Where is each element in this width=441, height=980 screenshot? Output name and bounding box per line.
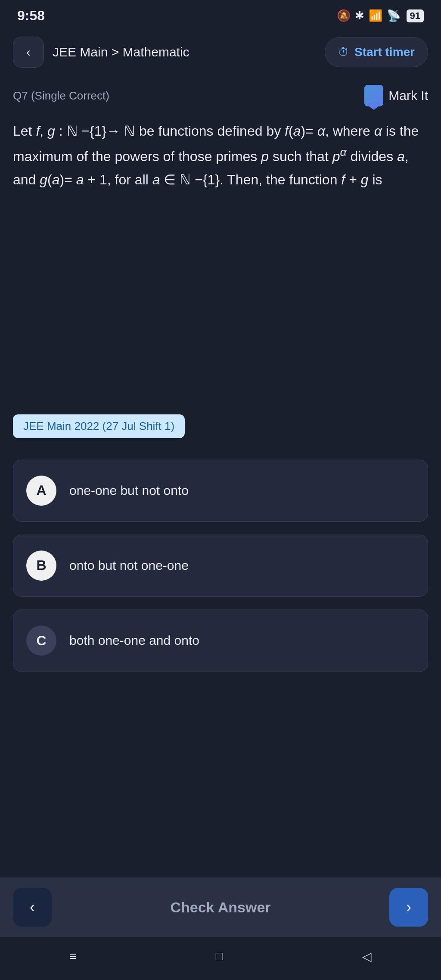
android-back-icon[interactable]: ◁ (362, 949, 372, 964)
check-answer-button[interactable]: Check Answer (170, 899, 270, 916)
timer-label: Start timer (354, 45, 415, 59)
option-a[interactable]: A one-one but not onto (13, 460, 428, 522)
option-c-text: both one-one and onto (69, 633, 199, 648)
question-header: Q7 (Single Correct) Mark It (0, 76, 441, 111)
status-icons: 🔕 ✱ 📶 📡 91 (337, 9, 424, 22)
question-content: Let f, g : ℕ −{1}→ ℕ be functions define… (0, 111, 441, 414)
mark-it-button[interactable]: Mark It (364, 85, 428, 106)
android-home-icon[interactable]: □ (216, 949, 223, 963)
question-type: Q7 (Single Correct) (13, 89, 109, 103)
prev-button[interactable]: ‹ (13, 888, 52, 927)
bluetooth-icon: ✱ (355, 9, 364, 22)
breadcrumb: JEE Main > Mathematic (53, 45, 316, 59)
options-container: A one-one but not onto B onto but not on… (0, 455, 441, 681)
back-icon: ‹ (26, 45, 31, 59)
silent-icon: 🔕 (337, 9, 351, 22)
bottom-nav: ‹ Check Answer › (0, 877, 441, 937)
signal-icon: 📡 (387, 9, 401, 22)
next-icon: › (406, 898, 411, 916)
option-b-text: onto but not one-one (69, 558, 189, 573)
option-b-letter: B (26, 551, 56, 581)
question-text: Let f, g : ℕ −{1}→ ℕ be functions define… (13, 119, 428, 192)
option-b[interactable]: B onto but not one-one (13, 535, 428, 597)
option-c[interactable]: C both one-one and onto (13, 610, 428, 672)
battery-icon: 91 (407, 9, 424, 22)
back-button[interactable]: ‹ (13, 37, 44, 68)
android-nav: ≡ □ ◁ (0, 937, 441, 980)
option-a-letter: A (26, 476, 56, 506)
exam-tag: JEE Main 2022 (27 Jul Shift 1) (13, 414, 185, 438)
header: ‹ JEE Main > Mathematic ⏱ Start timer (0, 28, 441, 76)
status-bar: 9:58 🔕 ✱ 📶 📡 91 (0, 0, 441, 28)
wifi-icon: 📶 (369, 9, 382, 22)
tag-container: JEE Main 2022 (27 Jul Shift 1) (0, 414, 441, 455)
prev-icon: ‹ (30, 898, 35, 916)
next-button[interactable]: › (389, 888, 428, 927)
status-time: 9:58 (17, 8, 45, 24)
timer-button[interactable]: ⏱ Start timer (325, 37, 428, 67)
option-c-letter: C (26, 625, 56, 656)
clock-icon: ⏱ (338, 46, 349, 59)
mark-it-label: Mark It (388, 88, 428, 103)
option-a-text: one-one but not onto (69, 483, 189, 498)
bookmark-icon (364, 85, 383, 106)
android-menu-icon[interactable]: ≡ (69, 949, 76, 963)
